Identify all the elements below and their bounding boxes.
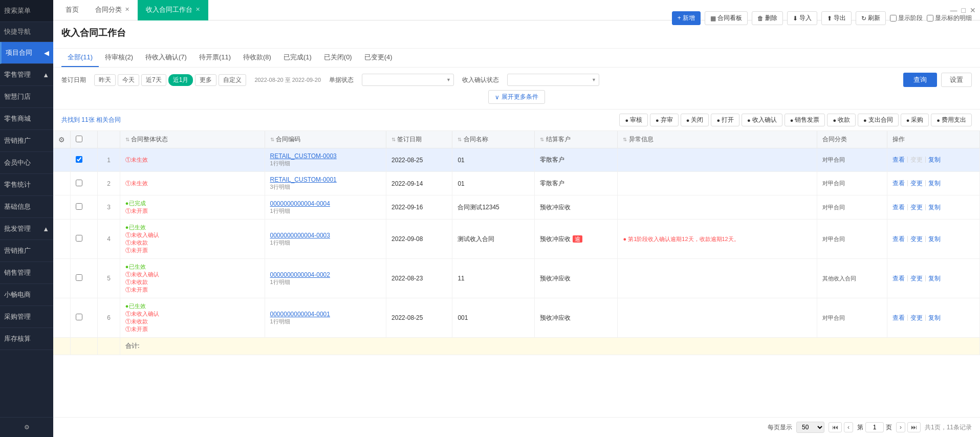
action-查看-btn[interactable]: 查看 — [892, 179, 905, 188]
date-btn-more[interactable]: 更多 — [195, 74, 216, 86]
action-查看-btn[interactable]: 查看 — [892, 203, 905, 212]
filter-tabs: 全部(11) 待审核(2) 待收入确认(7) 待开票(11) 待收款(8) 已完… — [53, 49, 980, 68]
expand-filter-button[interactable]: ∨ 展开更多条件 — [488, 90, 545, 104]
tab-income-workbench-close[interactable]: ✕ — [195, 6, 200, 13]
date-btn-yesterday[interactable]: 昨天 — [94, 74, 116, 86]
abandon-button[interactable]: ● 弃审 — [650, 114, 679, 126]
sales-invoice-button[interactable]: ● 销售发票 — [785, 114, 825, 126]
sidebar-item-xiaochang[interactable]: 小畅电商 — [0, 284, 53, 306]
export-button[interactable]: ⬆ 导出 — [821, 11, 852, 25]
filter-tab-pending-collection[interactable]: 待收款(8) — [237, 49, 277, 67]
action-复制-btn[interactable]: 复制 — [928, 235, 941, 244]
date-btn-today[interactable]: 今天 — [118, 74, 139, 86]
filter-tab-pending-review[interactable]: 待审核(2) — [99, 49, 139, 67]
contract-code-link[interactable]: 0000000000004-0003 — [270, 232, 330, 239]
action-查看-btn[interactable]: 查看 — [892, 274, 905, 283]
page-number-input[interactable] — [865, 422, 884, 432]
show-stages-checkbox[interactable]: 显示阶段 — [890, 14, 923, 23]
purchase-button[interactable]: ● 采购 — [901, 114, 929, 126]
sidebar-item-batch-mgmt[interactable]: 批发管理 ▲ — [0, 218, 53, 240]
import-button[interactable]: ⬇ 导入 — [787, 11, 817, 25]
action-变更-btn[interactable]: 变更 — [910, 179, 923, 188]
action-变更-btn[interactable]: 变更 — [910, 235, 923, 244]
overdue-badge: 逾 — [573, 235, 582, 243]
contract-code-link[interactable]: 0000000000004-0002 — [270, 271, 330, 278]
expense-contract-button[interactable]: ● 支出合同 — [858, 114, 899, 126]
sidebar-item-retail-stats[interactable]: 零售统计 — [0, 174, 53, 196]
income-confirm-button[interactable]: ● 收入确认 — [742, 114, 782, 126]
kanban-button[interactable]: ▦ 合同看板 — [705, 11, 748, 25]
page-size-select[interactable]: 50 10 20 100 — [796, 422, 824, 433]
contract-code-link[interactable]: RETAIL_CUSTOM-0001 — [270, 176, 337, 183]
row-checkbox[interactable] — [76, 235, 82, 242]
filter-tab-pending-invoice[interactable]: 待开票(11) — [193, 49, 237, 67]
action-查看-btn[interactable]: 查看 — [892, 314, 905, 322]
sidebar-item-retail-mgmt[interactable]: 零售管理 ▲ — [0, 64, 53, 86]
tab-contract-category-close[interactable]: ✕ — [125, 6, 129, 13]
sidebar-item-marketing2[interactable]: 营销推广 — [0, 240, 53, 262]
action-复制-btn[interactable]: 复制 — [928, 179, 941, 188]
action-复制-btn[interactable]: 复制 — [928, 314, 941, 322]
delete-button[interactable]: 🗑 删除 — [752, 11, 783, 25]
sidebar-quick-nav[interactable]: 快捷导航 — [0, 22, 53, 42]
sidebar-item-inventory[interactable]: 库存核算 — [0, 328, 53, 350]
page-suffix: 页 — [886, 423, 892, 432]
first-page-button[interactable]: ⏮ — [829, 422, 842, 432]
action-复制-btn[interactable]: 复制 — [928, 274, 941, 283]
review-button[interactable]: ● 审核 — [619, 114, 648, 126]
tab-home[interactable]: 首页 — [57, 0, 87, 20]
prev-page-button[interactable]: ‹ — [844, 422, 853, 432]
new-button[interactable]: + 新增 — [672, 11, 701, 25]
action-查看-btn[interactable]: 查看 — [892, 235, 905, 244]
sidebar-settings[interactable]: ⚙ — [0, 417, 53, 437]
action-查看-btn[interactable]: 查看 — [892, 156, 905, 164]
date-btn-1month[interactable]: 近1月 — [168, 74, 193, 86]
filter-tab-changed[interactable]: 已变更(4) — [358, 49, 399, 67]
show-mark-detail-checkbox[interactable]: 显示标的明细 — [927, 14, 972, 23]
contract-code-link[interactable]: 0000000000004-0004 — [270, 200, 330, 207]
action-变更-btn[interactable]: 变更 — [910, 314, 923, 322]
expense-output-button[interactable]: ● 费用支出 — [931, 114, 972, 126]
sidebar-item-sales-mgmt[interactable]: 销售管理 — [0, 262, 53, 284]
refresh-button[interactable]: ↻ 刷新 — [856, 11, 886, 25]
last-page-button[interactable]: ⏭ — [907, 422, 921, 432]
date-btn-7days[interactable]: 近7天 — [141, 74, 166, 86]
filter-tab-closed[interactable]: 已关闭(0) — [318, 49, 358, 67]
date-btn-custom[interactable]: 自定义 — [219, 74, 246, 86]
row-checkbox[interactable] — [76, 203, 82, 210]
query-button[interactable]: 查询 — [903, 73, 937, 87]
income-confirm-select[interactable] — [507, 74, 599, 86]
action-separator: | — [907, 179, 908, 188]
sidebar-item-smart-store[interactable]: 智慧门店 — [0, 86, 53, 108]
action-变更-btn[interactable]: 变更 — [910, 274, 923, 283]
action-复制-btn[interactable]: 复制 — [928, 156, 941, 164]
sidebar-item-retail-mall[interactable]: 零售商城 — [0, 108, 53, 130]
row-checkbox[interactable] — [76, 156, 82, 163]
filter-tab-pending-income-confirm[interactable]: 待收入确认(7) — [139, 49, 193, 67]
close-contract-button[interactable]: ● 关闭 — [681, 114, 709, 126]
sidebar-item-purchase-mgmt[interactable]: 采购管理 — [0, 306, 53, 328]
collection-button[interactable]: ● 收款 — [827, 114, 856, 126]
action-变更-btn[interactable]: 变更 — [910, 203, 923, 212]
row-checkbox[interactable] — [76, 314, 82, 320]
contract-code-link[interactable]: RETAIL_CUSTOM-0003 — [270, 152, 337, 160]
select-all-checkbox[interactable] — [76, 136, 82, 142]
contract-code-link[interactable]: 0000000000004-0001 — [270, 311, 330, 318]
sidebar-item-member-center[interactable]: 会员中心 — [0, 152, 53, 174]
next-page-button[interactable]: › — [896, 422, 905, 432]
sidebar-search[interactable]: 搜索菜单 — [0, 0, 53, 22]
row-checkbox[interactable] — [76, 180, 82, 186]
sidebar-item-basic-info[interactable]: 基础信息 — [0, 196, 53, 218]
action-复制-btn[interactable]: 复制 — [928, 203, 941, 212]
tab-income-workbench[interactable]: 收入合同工作台 ✕ — [138, 0, 208, 20]
settings-button[interactable]: 设置 — [941, 73, 972, 87]
filter-tab-completed[interactable]: 已完成(1) — [277, 49, 318, 67]
sidebar-item-marketing1[interactable]: 营销推广 — [0, 130, 53, 152]
tab-contract-category[interactable]: 合同分类 ✕ — [87, 0, 138, 20]
row-checkbox[interactable] — [76, 274, 82, 281]
sidebar-item-project-contract[interactable]: 项目合同 ◀ — [0, 42, 53, 64]
filter-tab-all[interactable]: 全部(11) — [61, 49, 99, 67]
open-button[interactable]: ● 打开 — [711, 114, 739, 126]
col-settings-icon[interactable]: ⚙ — [58, 136, 65, 144]
doc-status-select[interactable] — [362, 74, 454, 86]
